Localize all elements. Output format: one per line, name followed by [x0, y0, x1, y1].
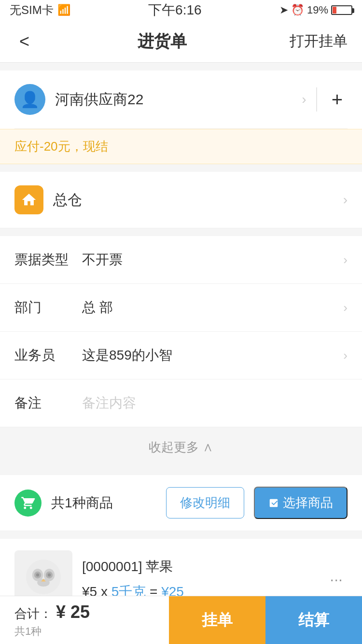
- collapse-label: 收起更多 ∧: [149, 439, 213, 456]
- product-section-icon: [14, 490, 42, 517]
- invoice-type-row[interactable]: 票据类型 不开票 ›: [0, 236, 362, 284]
- salesman-label: 业务员: [14, 346, 82, 364]
- select-product-button[interactable]: 选择商品: [254, 487, 348, 519]
- department-row[interactable]: 部门 总 部 ›: [0, 284, 362, 332]
- department-label: 部门: [14, 298, 82, 317]
- vertical-divider: [316, 87, 317, 112]
- warehouse-row[interactable]: 总仓 ›: [0, 172, 362, 228]
- warehouse-icon: [21, 192, 37, 208]
- department-value: 总 部: [82, 298, 343, 317]
- hang-order-button[interactable]: 挂单: [169, 596, 265, 644]
- footer-total-row: 合计： ¥ 25: [14, 602, 154, 622]
- battery-icon: [331, 5, 352, 15]
- owl-logo: [24, 558, 63, 596]
- supplier-chevron-icon: ›: [302, 92, 306, 107]
- warehouse-icon-container: [14, 185, 43, 214]
- divider-1: [0, 164, 362, 172]
- status-time: 下午6:16: [148, 1, 202, 19]
- back-button[interactable]: <: [14, 27, 34, 56]
- footer: 合计： ¥ 25 共1种 挂单 结算: [0, 596, 362, 644]
- divider-2: [0, 228, 362, 236]
- notice-banner: 应付-20元，现结: [0, 129, 362, 164]
- checkout-button[interactable]: 结算: [265, 596, 362, 644]
- salesman-value: 这是859的小智: [82, 346, 343, 364]
- footer-total: 合计： ¥ 25 共1种: [0, 596, 169, 644]
- svg-point-0: [26, 560, 61, 594]
- product-name: [0000001] 苹果: [82, 558, 315, 576]
- invoice-type-value: 不开票: [82, 251, 343, 269]
- status-left: 无SIM卡 📶: [10, 2, 70, 18]
- footer-count: 共1种: [14, 624, 154, 639]
- warehouse-name: 总仓: [53, 190, 343, 210]
- checkout-label: 结算: [298, 610, 329, 631]
- open-pending-button[interactable]: 打开挂单: [290, 31, 348, 51]
- product-info: [0000001] 苹果 ¥5 x 5千克 = ¥25: [82, 558, 315, 601]
- invoice-type-chevron-icon: ›: [343, 252, 348, 267]
- alarm-icon: ⏰: [291, 4, 304, 16]
- wifi-icon: 📶: [57, 4, 70, 16]
- svg-point-5: [36, 573, 39, 576]
- product-more-button[interactable]: ···: [325, 566, 348, 593]
- form-section: 票据类型 不开票 › 部门 总 部 › 业务员 这是859的小智 › 备注 备注…: [0, 236, 362, 427]
- top-divider: [0, 63, 362, 70]
- collapse-button[interactable]: 收起更多 ∧: [0, 427, 362, 467]
- avatar-icon: 👤: [20, 90, 40, 109]
- supplier-name: 河南供应商22: [55, 90, 302, 110]
- remark-input[interactable]: 备注内容: [82, 394, 348, 412]
- svg-point-6: [48, 573, 51, 576]
- notice-text: 应付-20元，现结: [14, 139, 108, 154]
- total-label: 合计：: [14, 605, 52, 622]
- product-count-label: 共1种商品: [51, 494, 156, 512]
- add-supplier-button[interactable]: +: [327, 89, 348, 111]
- product-thumb-icon: [24, 558, 63, 602]
- remark-row[interactable]: 备注 备注内容: [0, 379, 362, 427]
- select-product-icon: [268, 498, 279, 508]
- divider-3: [0, 467, 362, 475]
- nav-bar: < 进货单 打开挂单: [0, 20, 362, 63]
- carrier-label: 无SIM卡: [10, 2, 54, 18]
- supplier-avatar: 👤: [14, 84, 45, 115]
- total-amount: ¥ 25: [56, 602, 90, 622]
- remark-label: 备注: [14, 394, 82, 412]
- edit-details-button[interactable]: 修改明细: [166, 487, 244, 518]
- supplier-section: 👤 河南供应商22 › +: [0, 70, 362, 129]
- status-right: ➤ ⏰ 19%: [279, 4, 352, 16]
- location-icon: ➤: [279, 4, 288, 16]
- hang-order-label: 挂单: [202, 610, 233, 631]
- supplier-row[interactable]: 👤 河南供应商22 › +: [14, 70, 348, 129]
- battery-percent: 19%: [307, 4, 328, 16]
- nav-title: 进货单: [138, 30, 187, 53]
- salesman-chevron-icon: ›: [343, 348, 348, 363]
- invoice-type-label: 票据类型: [14, 251, 82, 269]
- salesman-row[interactable]: 业务员 这是859的小智 ›: [0, 332, 362, 379]
- department-chevron-icon: ›: [343, 300, 348, 315]
- warehouse-chevron-icon: ›: [343, 192, 348, 208]
- select-product-label: 选择商品: [283, 494, 333, 511]
- product-header: 共1种商品 修改明细 选择商品: [0, 475, 362, 531]
- cart-icon: [21, 496, 35, 510]
- status-bar: 无SIM卡 📶 下午6:16 ➤ ⏰ 19%: [0, 0, 362, 20]
